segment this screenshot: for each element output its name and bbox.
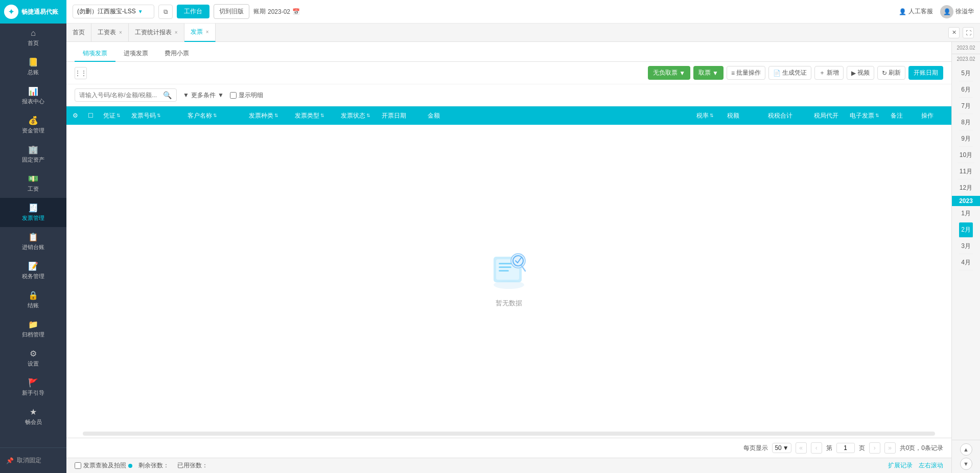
first-page-btn[interactable]: « bbox=[796, 442, 807, 454]
search-icon[interactable]: 🔍 bbox=[163, 91, 172, 99]
page-input[interactable] bbox=[836, 443, 855, 453]
content-area: 销项发票进项发票费用小票 ⋮⋮ 无负取票 ▼ 取票 ▼ ≡ 批量操作 bbox=[66, 42, 980, 473]
th-open-date[interactable]: 开票日期 bbox=[380, 111, 426, 120]
old-version-button[interactable]: 切到旧版 bbox=[214, 4, 249, 19]
no-invoice-button[interactable]: 无负取票 ▼ bbox=[648, 66, 690, 80]
date-month-2023-2[interactable]: 3月 bbox=[959, 239, 973, 254]
take-invoice-button[interactable]: 取票 ▼ bbox=[693, 66, 724, 80]
date-month-2023-0[interactable]: 1月 bbox=[959, 206, 973, 221]
date-month-2022-2[interactable]: 7月 bbox=[959, 99, 973, 114]
date-nav-up[interactable]: ▲ bbox=[960, 443, 972, 456]
sidebar-item-归档管理[interactable]: 📁归档管理 bbox=[0, 314, 66, 344]
sidebar-item-发票管理[interactable]: 🧾发票管理 bbox=[0, 198, 66, 227]
date-nav-down[interactable]: ▼ bbox=[960, 458, 972, 470]
gen-voucher-button[interactable]: 📄 生成凭证 bbox=[768, 66, 811, 80]
date-month-2022-0[interactable]: 5月 bbox=[959, 66, 973, 81]
th-invoice-num[interactable]: 发票号码 ⇅ bbox=[129, 111, 185, 120]
th-checkbox[interactable]: ☐ bbox=[86, 112, 101, 119]
new-button[interactable]: ＋ 新增 bbox=[814, 66, 844, 80]
date-month-2023-3[interactable]: 4月 bbox=[959, 255, 973, 271]
sidebar-item-报表中心[interactable]: 📊报表中心 bbox=[0, 81, 66, 110]
invoice-check-checkbox[interactable] bbox=[75, 462, 81, 469]
date-month-2022-5[interactable]: 10月 bbox=[958, 148, 974, 163]
th-voucher[interactable]: 凭证 ⇅ bbox=[101, 111, 129, 120]
refresh-button[interactable]: ↻ 刷新 bbox=[877, 66, 905, 80]
th-invoice-type[interactable]: 发票种类 ⇅ bbox=[247, 111, 293, 120]
sidebar-item-资金管理[interactable]: 💰资金管理 bbox=[0, 110, 66, 140]
date-period-top: 2023.02 bbox=[956, 45, 975, 51]
tab-label-0: 首页 bbox=[73, 28, 85, 37]
th-invoice-category[interactable]: 发票类型 ⇅ bbox=[293, 111, 339, 120]
sidebar-item-畅会员[interactable]: ★畅会员 bbox=[0, 402, 66, 431]
tab-首页[interactable]: 首页 bbox=[73, 24, 91, 42]
sub-tab-进项发票[interactable]: 进项发票 bbox=[115, 46, 156, 62]
sidebar-icon-1: 📒 bbox=[28, 57, 38, 67]
search-input[interactable] bbox=[79, 92, 161, 99]
sidebar-icon-8: 📝 bbox=[28, 261, 38, 271]
column-settings-icon[interactable]: ⋮⋮ bbox=[75, 67, 87, 79]
sub-tab-费用小票[interactable]: 费用小票 bbox=[156, 46, 197, 62]
used-item: 已用张数： bbox=[177, 461, 210, 470]
tab-close-1[interactable]: × bbox=[119, 30, 122, 35]
th-tax[interactable]: 税额 bbox=[725, 111, 766, 120]
th-remark[interactable]: 备注 bbox=[889, 111, 919, 120]
tab-label-3: 发票 bbox=[191, 28, 203, 36]
date-panel-close: 2023.02 bbox=[952, 42, 980, 54]
date-month-2022-6[interactable]: 11月 bbox=[958, 164, 974, 179]
sidebar-item-总账[interactable]: 📒总账 bbox=[0, 52, 66, 81]
th-customer[interactable]: 客户名称 ⇅ bbox=[185, 111, 247, 120]
th-amount[interactable]: 金额 bbox=[426, 111, 694, 120]
th-customer-sort: ⇅ bbox=[213, 113, 217, 118]
open-date-button[interactable]: 开账日期 bbox=[908, 66, 943, 80]
tab-bar-close[interactable]: ✕ bbox=[948, 27, 960, 38]
prev-page-btn[interactable]: ‹ bbox=[811, 442, 822, 454]
tab-close-3[interactable]: × bbox=[206, 29, 209, 35]
date-month-2022-7[interactable]: 12月 bbox=[958, 181, 974, 196]
service-button[interactable]: 👤 人工客服 bbox=[899, 7, 933, 16]
sidebar-item-设置[interactable]: ⚙设置 bbox=[0, 344, 66, 373]
sidebar-item-首页[interactable]: ⌂首页 bbox=[0, 24, 66, 52]
horizontal-scrollbar[interactable] bbox=[83, 432, 935, 436]
tab-工资表[interactable]: 工资表× bbox=[91, 24, 129, 42]
workspace-button[interactable]: 工作台 bbox=[177, 5, 209, 18]
sub-tab-销项发票[interactable]: 销项发票 bbox=[75, 46, 115, 62]
batch-ops-button[interactable]: ≡ 批量操作 bbox=[727, 66, 765, 80]
sidebar-item-进销台账[interactable]: 📋进销台账 bbox=[0, 227, 66, 256]
sidebar-item-税务管理[interactable]: 📝税务管理 bbox=[0, 256, 66, 285]
expand-records-link[interactable]: 扩展记录 bbox=[888, 461, 913, 470]
per-page-select[interactable]: 50 ▼ bbox=[772, 443, 791, 453]
date-month-2022-3[interactable]: 8月 bbox=[959, 115, 973, 130]
toolbar-right: 无负取票 ▼ 取票 ▼ ≡ 批量操作 📄 生成凭证 bbox=[648, 66, 943, 80]
th-tax-total[interactable]: 税税合计 bbox=[766, 111, 812, 120]
th-status[interactable]: 发票状态 ⇅ bbox=[339, 111, 380, 120]
sidebar-icon-2: 📊 bbox=[28, 86, 38, 96]
sidebar-item-新手引导[interactable]: 🚩新手引导 bbox=[0, 373, 66, 402]
gen-voucher-label: 生成凭证 bbox=[782, 69, 807, 77]
th-e-invoice[interactable]: 电子发票 ⇅ bbox=[848, 111, 889, 120]
last-page-btn[interactable]: » bbox=[884, 442, 896, 454]
th-tax-code[interactable]: 税局代开 bbox=[812, 111, 848, 120]
show-detail-checkbox[interactable] bbox=[230, 92, 237, 99]
tab-bar-expand[interactable]: ⛶ bbox=[963, 27, 974, 38]
company-selector[interactable]: (勿删）江西服宝-LSS ▼ bbox=[73, 5, 154, 18]
video-button[interactable]: ▶ 视频 bbox=[847, 66, 874, 80]
sidebar-item-固定资产[interactable]: 🏢固定资产 bbox=[0, 140, 66, 169]
tab-发票[interactable]: 发票× bbox=[184, 24, 216, 42]
scroll-link[interactable]: 左右滚动 bbox=[919, 461, 943, 470]
sidebar-item-工资[interactable]: 💵工资 bbox=[0, 169, 66, 198]
next-page-btn[interactable]: › bbox=[869, 442, 880, 454]
th-tax-rate[interactable]: 税率 ⇅ bbox=[694, 111, 725, 120]
sidebar-item-结账[interactable]: 🔒结账 bbox=[0, 285, 66, 314]
date-month-2022-1[interactable]: 6月 bbox=[959, 82, 973, 98]
tab-label-2: 工资统计报表 bbox=[135, 28, 172, 37]
tab-close-2[interactable]: × bbox=[175, 30, 178, 35]
date-month-2023-1[interactable]: 2月 bbox=[959, 222, 973, 238]
user-info[interactable]: 👤 徐溢华 bbox=[940, 5, 974, 18]
sidebar-label-3: 资金管理 bbox=[22, 127, 44, 134]
sidebar-pin-btn[interactable]: 📌 取消固定 bbox=[0, 452, 66, 469]
more-conditions-button[interactable]: ▼ 更多条件 ▼ bbox=[183, 91, 224, 100]
date-month-2022-4[interactable]: 9月 bbox=[959, 131, 973, 147]
copy-button[interactable]: ⧉ bbox=[158, 5, 173, 19]
tab-工资统计报表[interactable]: 工资统计报表× bbox=[129, 24, 184, 42]
per-page-arrow: ▼ bbox=[783, 444, 789, 452]
